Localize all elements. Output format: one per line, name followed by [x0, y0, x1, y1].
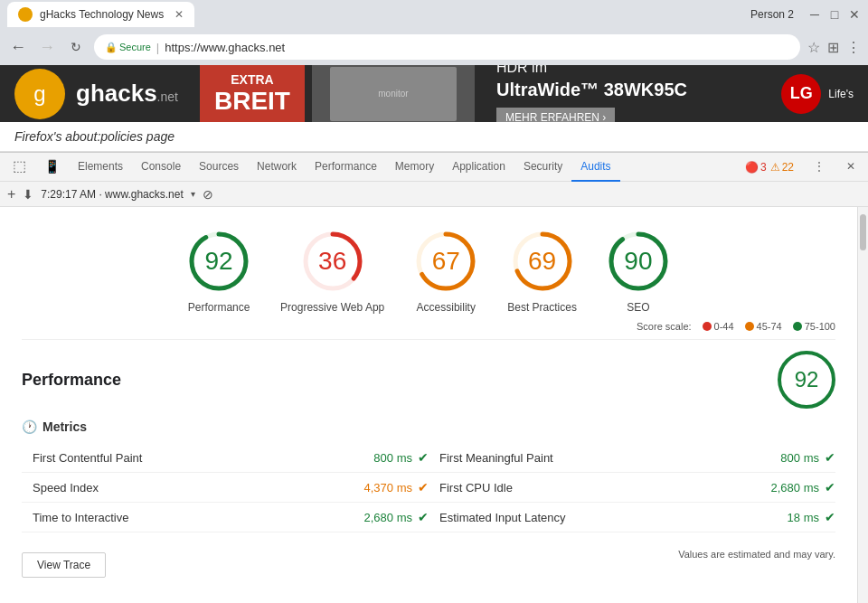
- check-icon-si: ✔: [418, 480, 429, 495]
- bookmark-icon[interactable]: ☆: [807, 39, 820, 56]
- estimated-note: Values are estimated and may vary.: [678, 549, 835, 560]
- promo-breit: BREIT: [214, 87, 290, 116]
- devtools-tab-memory[interactable]: Memory: [386, 153, 443, 182]
- devtools-tab-performance[interactable]: Performance: [306, 153, 386, 182]
- minimize-button[interactable]: ─: [808, 8, 821, 21]
- score-accessibility: 67 Accessibility: [413, 229, 478, 314]
- metric-row-eil: Estimated Input Latency 18 ms ✔: [429, 503, 835, 532]
- score-label-accessibility: Accessibility: [417, 301, 476, 314]
- devtools-scrollbar[interactable]: [857, 207, 868, 603]
- browser-content: g ghacks.net EXTRA BREIT monitor HDR im …: [0, 65, 868, 603]
- score-label-pwa: Progressive Web App: [280, 301, 384, 314]
- scale-green: 75-100: [793, 321, 835, 332]
- performance-score-circle: 92: [778, 351, 835, 409]
- brand-domain: .net: [157, 90, 178, 104]
- score-scale-label: Score scale:: [637, 321, 692, 332]
- timestamp-dropdown-icon[interactable]: ▾: [191, 189, 195, 199]
- metric-value-fmp: 800 ms: [780, 451, 819, 465]
- audit-scores-row: 92 Performance 36: [22, 221, 835, 317]
- metric-name-si: Speed Index: [22, 481, 364, 495]
- ad-cta-button[interactable]: MEHR ERFAHREN ›: [496, 108, 615, 122]
- secure-label: Secure: [119, 42, 151, 52]
- scale-orange: 45-74: [745, 321, 782, 332]
- score-circle-performance: 92: [186, 229, 251, 294]
- ghacks-logo: g: [14, 69, 65, 119]
- forward-button[interactable]: →: [36, 38, 58, 57]
- tab-close-button[interactable]: ✕: [175, 8, 184, 21]
- score-circle-seo: 90: [606, 229, 671, 294]
- reload-icon[interactable]: ⊘: [203, 187, 213, 202]
- score-value-performance: 92: [204, 247, 232, 276]
- devtools-tab-security[interactable]: Security: [514, 153, 571, 182]
- score-circle-best-practices: 69: [510, 229, 575, 294]
- score-value-accessibility: 67: [432, 247, 460, 276]
- add-audit-button[interactable]: +: [7, 186, 15, 203]
- check-icon-eil: ✔: [825, 510, 835, 524]
- close-button[interactable]: ✕: [848, 8, 861, 21]
- check-icon-fmp: ✔: [825, 450, 835, 465]
- person-label: Person 2: [750, 8, 794, 21]
- score-pwa: 36 Progressive Web App: [280, 229, 384, 314]
- promo-extra: EXTRA: [231, 72, 273, 87]
- scale-red-dot: [703, 322, 712, 331]
- ad-monitor-image: monitor: [312, 65, 475, 122]
- ghacks-brand: ghacks.net: [76, 80, 178, 108]
- ad-banner: g ghacks.net EXTRA BREIT monitor HDR im …: [0, 65, 868, 122]
- devtools-main-area: 92 Performance 36: [0, 207, 868, 603]
- download-button[interactable]: ⬇: [23, 187, 33, 202]
- score-label-seo: SEO: [627, 301, 649, 314]
- performance-score-value: 92: [795, 367, 819, 392]
- devtools-close-button[interactable]: ✕: [837, 153, 864, 182]
- secure-badge: 🔒 Secure: [105, 42, 151, 53]
- ad-promo-block: EXTRA BREIT: [200, 65, 305, 122]
- devtools-tab-network[interactable]: Network: [248, 153, 306, 182]
- devtools-tab-sources[interactable]: Sources: [190, 153, 248, 182]
- devtools-tab-console[interactable]: Console: [132, 153, 190, 182]
- score-value-pwa: 36: [318, 247, 346, 276]
- view-trace-button[interactable]: View Trace: [22, 552, 106, 578]
- devtools-tab-audits[interactable]: Audits: [571, 153, 619, 182]
- maximize-button[interactable]: □: [828, 8, 841, 21]
- metric-value-fcp: 800 ms: [373, 451, 412, 465]
- performance-header: Performance 92: [22, 351, 835, 409]
- tab-title: gHacks Technology News: [40, 8, 164, 21]
- brand-name: ghacks: [76, 80, 157, 108]
- ad-copy-block: HDR im UltraWide™ 38WK95C MEHR ERFAHREN …: [482, 65, 702, 122]
- extension-icon[interactable]: ⊞: [827, 39, 839, 56]
- devtools-tab-cursor[interactable]: ⬚: [4, 153, 35, 182]
- metric-name-fci: First CPU Idle: [429, 481, 771, 495]
- devtools-toolbar: ⬚ 📱 Elements Console Sources Network Per…: [0, 153, 868, 182]
- active-tab[interactable]: gHacks Technology News ✕: [7, 2, 194, 27]
- devtools-tab-elements[interactable]: Elements: [69, 153, 132, 182]
- chrome-window: gHacks Technology News ✕ Person 2 ─ □ ✕ …: [0, 0, 868, 603]
- score-value-best-practices: 69: [528, 247, 556, 276]
- lg-logo: LG: [781, 74, 821, 114]
- devtools-content: 92 Performance 36: [0, 207, 857, 603]
- title-bar: gHacks Technology News ✕ Person 2 ─ □ ✕: [0, 0, 868, 29]
- metric-value-fci: 2,680 ms: [771, 481, 819, 495]
- devtools-status-icons: 🔴 3 ⚠ 22 ⋮ ✕: [745, 153, 864, 182]
- score-value-seo: 90: [624, 247, 652, 276]
- score-scale: Score scale: 0-44 45-74 75-100: [22, 317, 835, 340]
- check-icon-fci: ✔: [825, 480, 835, 495]
- score-best-practices: 69 Best Practices: [507, 229, 577, 314]
- metric-name-fcp: First Contentful Paint: [22, 451, 373, 465]
- devtools-tab-application[interactable]: Application: [443, 153, 514, 182]
- audit-timestamp: 7:29:17 AM · www.ghacks.net: [41, 188, 183, 201]
- score-label-performance: Performance: [188, 301, 250, 314]
- tab-favicon: [18, 7, 33, 22]
- back-button[interactable]: ←: [7, 38, 29, 57]
- score-circle-pwa: 36: [300, 229, 365, 294]
- more-icon[interactable]: ⋮: [846, 39, 861, 56]
- metric-value-tti: 2,680 ms: [364, 511, 412, 524]
- address-input[interactable]: 🔒 Secure | https://www.ghacks.net: [94, 34, 800, 60]
- devtools-subtoolbar: + ⬇ 7:29:17 AM · www.ghacks.net ▾ ⊘: [0, 182, 868, 207]
- ad-copy-title: HDR im: [496, 65, 687, 76]
- score-seo: 90 SEO: [606, 229, 671, 314]
- score-circle-accessibility: 67: [413, 229, 478, 294]
- refresh-button[interactable]: ↻: [65, 40, 87, 54]
- metric-value-eil: 18 ms: [788, 511, 819, 524]
- devtools-more-button[interactable]: ⋮: [805, 153, 834, 182]
- clock-icon: 🕐: [22, 419, 37, 434]
- devtools-tab-responsive[interactable]: 📱: [35, 153, 69, 182]
